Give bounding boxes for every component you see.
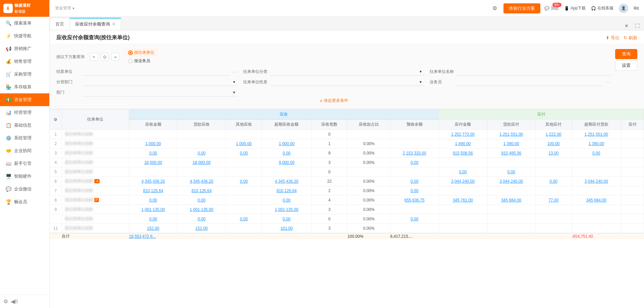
row-ap_other[interactable]: 100.00 — [535, 139, 572, 148]
row-ar_other[interactable]: 0.00 — [226, 214, 262, 224]
sidebar-item-search[interactable]: 🔍 搜索菜单 — [0, 17, 49, 30]
row-ar_overdue[interactable]: 0.00 — [262, 195, 311, 205]
row-ar_overdue[interactable]: 4,345,436.20 — [262, 177, 311, 186]
row-ar_loan[interactable]: 4,345,436.20 — [177, 177, 226, 186]
row-ar_prepaid[interactable]: 0.00 — [390, 177, 439, 186]
username-label[interactable]: Rit — [634, 6, 639, 11]
row-ap_overdue[interactable]: 345,684.00 — [572, 195, 621, 205]
sidebar-item-basic[interactable]: 📋 基础信息 — [0, 119, 49, 132]
sidebar-item-purchase[interactable]: 🛒 采购管理 — [0, 68, 49, 81]
row-ar_amount[interactable]: 1,000.00 — [129, 139, 177, 148]
settlement-unit-input[interactable] — [83, 68, 230, 76]
messages-button[interactable]: 💬 消息 99+ — [544, 5, 559, 11]
row-ar_loan[interactable]: 0.00 — [177, 214, 226, 224]
row-ar_prepaid[interactable]: 0.00 — [390, 158, 439, 167]
sidebar-item-sales[interactable]: 💰 销售管理 — [0, 55, 49, 68]
row-ar_overdue[interactable]: 0.00 — [262, 148, 311, 158]
row-ar_overdue[interactable]: 101.00 — [262, 224, 311, 233]
row-ap_overdue[interactable]: 0.00 — [572, 148, 621, 158]
sidebar-item-collab[interactable]: 🤝 企业协同 — [0, 144, 49, 157]
maximize-window-button[interactable]: ⛶ — [633, 22, 641, 30]
row-ap_amount[interactable]: 1,252,773.00 — [439, 130, 487, 139]
row-ar_prepaid[interactable]: 655,636.75 — [390, 195, 439, 205]
row-ar_overdue[interactable]: 1,001,135.00 — [262, 205, 311, 214]
row-ar_amount[interactable]: 4,345,436.20 — [129, 177, 177, 186]
setting-button[interactable]: 设置 — [615, 60, 637, 71]
row-ap_amount[interactable]: 0.00 — [439, 167, 487, 177]
refresh-button[interactable]: ↻ 刷新 — [624, 35, 637, 41]
close-window-button[interactable]: ✕ — [623, 22, 631, 30]
row-ar_amount[interactable]: 0.00 — [129, 195, 177, 205]
row-ap_overdue[interactable]: 3,044,240.00 — [572, 177, 621, 186]
row-ap_other[interactable]: 77.00 — [535, 195, 572, 205]
row-ap_overdue[interactable]: 1,251,551.00 — [572, 130, 621, 139]
partner-name-input[interactable] — [457, 68, 611, 76]
sidebar-item-hardware[interactable]: 🖥️ 智能硬件 — [0, 170, 49, 183]
settings-footer-icon[interactable]: ⚙ — [3, 298, 8, 305]
row-ap_loan[interactable]: 915,495.56 — [487, 148, 535, 158]
sidebar-item-finance[interactable]: 💵 资金管理 — [0, 93, 49, 106]
row-ap_loan[interactable]: 3,044,240.00 — [487, 177, 535, 186]
row-ap_other[interactable]: 1,222.00 — [535, 130, 572, 139]
row-ap_amount[interactable]: 345,761.00 — [439, 195, 487, 205]
row-ar_prepaid[interactable]: 0.00 — [390, 186, 439, 195]
collapse-button[interactable]: ∧ 收起更多条件 — [320, 98, 348, 103]
sidebar-item-operation[interactable]: 📊 经营管理 — [0, 106, 49, 119]
salesperson-input[interactable] — [456, 78, 603, 86]
salesperson-dots[interactable]: ··· — [606, 80, 611, 85]
sidebar-item-member[interactable]: 🏆 畅会员 — [0, 195, 49, 208]
user-avatar[interactable]: 👤 — [619, 4, 628, 13]
app-download-button[interactable]: 📱 App下载 — [564, 5, 586, 11]
row-ap_amount[interactable]: 3,044,240.00 — [439, 177, 487, 186]
nav-by-salesperson[interactable]: 按业务员 — [125, 57, 158, 65]
settlement-unit-dots[interactable]: ··· — [232, 70, 238, 74]
row-ap_loan[interactable]: 1,251,551.00 — [487, 130, 535, 139]
row-ar_amount[interactable]: 152.00 — [129, 224, 177, 233]
tab-close-icon[interactable]: ✕ — [112, 22, 115, 27]
total-ar-amount[interactable]: 19,553,472,6... — [129, 233, 177, 239]
row-ar_other[interactable]: 1,000.00 — [226, 139, 262, 148]
row-ar_amount[interactable]: 18,000.00 — [129, 158, 177, 167]
row-ar_amount[interactable]: 0.00 — [129, 148, 177, 158]
row-ar_prepaid[interactable]: 2,153,333.00 — [390, 148, 439, 158]
row-ap_loan[interactable]: 0.00 — [487, 167, 535, 177]
dept-select[interactable]: ▾ — [83, 89, 238, 96]
row-ar_other[interactable]: 0.00 — [226, 177, 262, 186]
sidebar-item-wechat[interactable]: 💬 企业微信 — [0, 183, 49, 195]
row-ar_loan[interactable]: 0.00 — [177, 195, 226, 205]
table-settings-th[interactable]: ⚙ — [50, 109, 62, 130]
row-ar_overdue[interactable]: 9,000.00 — [262, 158, 311, 167]
export-button[interactable]: ⬆ 导出 — [606, 35, 620, 41]
row-ar_loan[interactable]: 0.00 — [177, 148, 226, 158]
collapse-scheme-button[interactable]: « — [111, 53, 119, 61]
tab-balance[interactable]: 应收应付余额查询 ✕ — [70, 18, 121, 30]
row-ar_other[interactable]: 0.00 — [226, 148, 262, 158]
row-ap_loan[interactable]: 345,684.00 — [487, 195, 535, 205]
nav-by-partner[interactable]: 按往来单位 — [125, 48, 158, 57]
row-ar_overdue[interactable]: 0.00 — [262, 214, 311, 224]
partner-nature-select[interactable]: ▾ — [270, 78, 425, 86]
row-ar_amount[interactable]: 0.00 — [129, 214, 177, 224]
row-ar_overdue[interactable]: 1,000.00 — [262, 139, 311, 148]
row-ap_overdue[interactable]: 1,390.00 — [572, 139, 621, 148]
sidebar-item-guide[interactable]: 📖 新手引导 — [0, 157, 49, 170]
row-ar_loan[interactable]: 810,126.64 — [177, 186, 226, 195]
row-ar_prepaid[interactable]: 0.00 — [390, 214, 439, 224]
sidebar-item-system[interactable]: ⚙️ 系统管理 — [0, 132, 49, 144]
sidebar-item-nav[interactable]: ⚡ 快捷导航 — [0, 30, 49, 42]
trial-button[interactable]: 体验行业方案 — [503, 3, 540, 13]
row-ar_loan[interactable]: 1,001,135.00 — [177, 205, 226, 214]
department-select[interactable]: ▾ — [83, 78, 238, 86]
sidebar-item-inventory[interactable]: 🏪 库存核算 — [0, 81, 49, 93]
table-container[interactable]: ⚙ 往来单位 应收 应付 应收金额 贷款应收 其他应收 超期应收金额 应收笔数 — [50, 109, 644, 308]
query-button[interactable]: 查询 — [615, 49, 637, 59]
target-scheme-button[interactable]: ⊙ — [101, 53, 109, 61]
collapse-sidebar-icon[interactable]: ◀II — [11, 298, 18, 305]
add-scheme-button[interactable]: + — [90, 53, 98, 61]
partner-category-select[interactable]: ▾ — [270, 68, 425, 76]
row-ap_other[interactable]: 0.00 — [535, 177, 572, 186]
sidebar-item-marketing[interactable]: 📢 营销推广 — [0, 42, 49, 55]
row-ap_amount[interactable]: 915,508.56 — [439, 148, 487, 158]
row-ar_amount[interactable]: 810,126.64 — [129, 186, 177, 195]
row-ar_loan[interactable]: 18,000.00 — [177, 158, 226, 167]
